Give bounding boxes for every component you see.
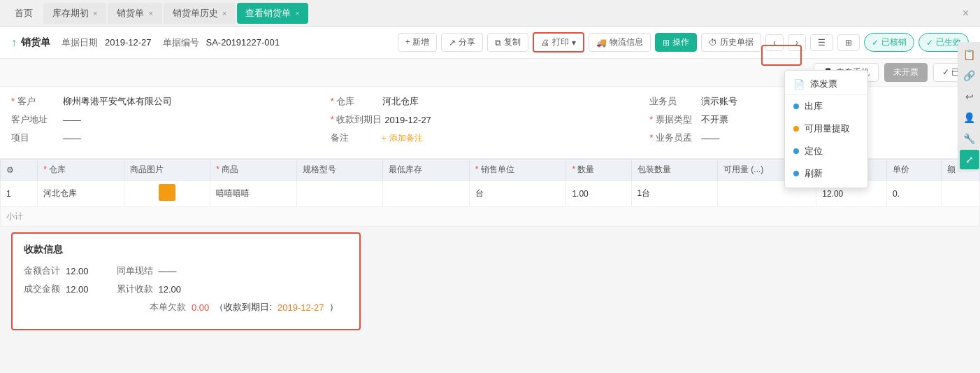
payment-owed: 本单欠款 0.00 （收款到期日: 2019-12-27 ） bbox=[150, 301, 338, 314]
logistics-button[interactable]: 🚚 物流信息 bbox=[589, 33, 651, 52]
warehouse-label: 仓库 bbox=[331, 95, 380, 108]
window-close-button[interactable]: × bbox=[957, 7, 974, 20]
project-label: 项目 bbox=[11, 132, 60, 144]
subtotal-label: 小计 bbox=[1, 207, 980, 227]
history-button[interactable]: ⏱ 历史单据 bbox=[701, 33, 761, 52]
print-icon: 🖨 bbox=[541, 38, 549, 48]
payment-title: 收款信息 bbox=[24, 244, 348, 256]
document-icon: 📄 bbox=[793, 79, 805, 90]
notes-field: 备注 ＋ 添加备注 bbox=[331, 132, 650, 144]
salesperson2-value: —— bbox=[698, 133, 722, 143]
operations-button[interactable]: ⊞ 操作 bbox=[655, 33, 697, 52]
sidebar-icon-2[interactable]: 🔗 bbox=[960, 66, 979, 85]
tab-sales-history[interactable]: 销货单历史 × bbox=[164, 3, 236, 24]
locate-dot bbox=[793, 148, 799, 154]
row-amount bbox=[941, 181, 979, 207]
col-spec: 规格型号 bbox=[296, 160, 383, 181]
row-product-image bbox=[124, 181, 210, 207]
col-quantity: 数量 bbox=[566, 160, 631, 181]
share-button[interactable]: ↗ 分享 bbox=[441, 33, 483, 52]
customer-value: 柳州粤港平安气体有限公司 bbox=[60, 95, 175, 108]
customer-address-value: —— bbox=[60, 115, 84, 125]
customer-address-field: 客户地址 —— bbox=[11, 113, 331, 126]
owed-note: （收款到期日: bbox=[215, 301, 272, 314]
grid-icon: ⊞ bbox=[663, 38, 670, 48]
print-button[interactable]: 🖨 打印 ▾ bbox=[533, 32, 584, 52]
transaction-label: 成交金额 bbox=[24, 283, 60, 295]
col-product: 商品 bbox=[210, 160, 297, 181]
tab-home[interactable]: 首页 bbox=[6, 3, 42, 24]
same-order-value: —— bbox=[159, 266, 177, 276]
row-num: 1 bbox=[1, 181, 38, 207]
tab-sales-history-close[interactable]: × bbox=[222, 9, 226, 17]
col-min-stock: 最低库存 bbox=[383, 160, 470, 181]
tab-check-sales-close[interactable]: × bbox=[295, 9, 299, 17]
payment-date-label: 收款到期日 bbox=[331, 113, 382, 126]
payment-cumulative: 累计收款 12.00 bbox=[117, 283, 182, 295]
same-order-label: 同单现结 bbox=[117, 265, 153, 277]
sidebar-icon-3[interactable]: ↩ bbox=[960, 87, 979, 106]
share-icon: ↗ bbox=[449, 38, 456, 48]
doc-type-label: 销货单 bbox=[21, 36, 50, 49]
print-dropdown-icon: ▾ bbox=[572, 38, 576, 48]
list-view-button[interactable]: ☰ bbox=[810, 34, 833, 51]
col-pack-qty: 包装数量 bbox=[631, 160, 718, 181]
payment-row-3: 本单欠款 0.00 （收款到期日: 2019-12-27 ） bbox=[24, 301, 348, 314]
tab-sales[interactable]: 销货单 × bbox=[108, 3, 161, 24]
dropdown-refresh[interactable]: 刷新 bbox=[785, 162, 867, 185]
doc-date-label: 单据日期 2019-12-27 bbox=[62, 36, 152, 49]
row-warehouse: 河北仓库 bbox=[38, 181, 124, 207]
sidebar-icon-1[interactable]: 📋 bbox=[960, 45, 979, 64]
add-note-button[interactable]: ＋ 添加备注 bbox=[380, 132, 423, 144]
payment-section: 收款信息 金额合计 12.00 同单现结 —— 成交金额 12.00 累计收款 bbox=[11, 232, 361, 330]
notes-label: 备注 bbox=[331, 132, 380, 144]
available-qty-dot bbox=[793, 126, 799, 132]
invoice-type-label: 票据类型 bbox=[649, 113, 698, 126]
prev-record-button[interactable]: ‹ bbox=[765, 34, 784, 51]
grid-view-button[interactable]: ⊞ bbox=[837, 34, 860, 51]
subtotal-row: 小计 bbox=[1, 207, 980, 227]
not-open-button[interactable]: 未开票 bbox=[884, 63, 928, 82]
copy-button[interactable]: ⧉ 复制 bbox=[487, 33, 528, 52]
project-field: 项目 —— bbox=[11, 132, 331, 144]
customer-label: 客户 bbox=[11, 95, 60, 108]
tab-inventory-close[interactable]: × bbox=[93, 9, 97, 17]
payment-transaction: 成交金额 12.00 bbox=[24, 283, 89, 295]
sidebar-icon-4[interactable]: 👤 bbox=[960, 108, 979, 127]
sidebar-icon-6[interactable]: ⤢ bbox=[960, 150, 979, 169]
sales-order-icon: ↑ bbox=[11, 36, 17, 49]
dropdown-add-invoice[interactable]: 📄 添发票 bbox=[785, 73, 867, 95]
owed-label: 本单欠款 bbox=[150, 301, 186, 314]
row-unit-price: 0. bbox=[886, 181, 941, 207]
project-value: —— bbox=[60, 133, 84, 143]
truck-icon: 🚚 bbox=[596, 38, 607, 48]
cumulative-label: 累计收款 bbox=[117, 283, 153, 295]
doc-meta: 单据日期 2019-12-27 单据编号 SA-20191227-001 bbox=[62, 36, 280, 49]
history-icon: ⏱ bbox=[709, 38, 717, 48]
payment-date-value: 2019-12-27 bbox=[382, 115, 434, 125]
dropdown-available-qty[interactable]: 可用量提取 bbox=[785, 118, 867, 140]
tab-check-sales[interactable]: 查看销货单 × bbox=[237, 3, 308, 24]
col-settings[interactable]: ⚙ bbox=[1, 160, 38, 181]
tab-sales-close[interactable]: × bbox=[148, 9, 152, 17]
sidebar-icon-5[interactable]: 🔧 bbox=[960, 129, 979, 148]
next-record-button[interactable]: › bbox=[788, 34, 806, 51]
doc-date-value: 2019-12-27 bbox=[105, 37, 152, 48]
col-warehouse: 仓库 bbox=[38, 160, 124, 181]
doc-number-value: SA-20191227-001 bbox=[206, 37, 280, 48]
row-quantity: 1.00 bbox=[566, 181, 631, 207]
add-button[interactable]: + 新增 bbox=[398, 33, 437, 52]
payment-row-1: 金额合计 12.00 同单现结 —— bbox=[24, 265, 348, 277]
dropdown-locate[interactable]: 定位 bbox=[785, 140, 867, 162]
dropdown-outbound[interactable]: 出库 bbox=[785, 95, 867, 118]
warehouse-field: 仓库 河北仓库 bbox=[331, 95, 650, 108]
tab-inventory[interactable]: 库存期初 × bbox=[43, 3, 106, 24]
payment-same-order: 同单现结 —— bbox=[117, 265, 177, 277]
right-sidebar: 📋 🔗 ↩ 👤 🔧 ⤢ bbox=[958, 42, 980, 172]
outbound-dot bbox=[793, 104, 799, 109]
owed-note-end: ） bbox=[329, 301, 338, 314]
check-icon-2: ✓ bbox=[926, 38, 933, 48]
copy-icon: ⧉ bbox=[495, 38, 501, 48]
salesperson2-label: 业务员孟 bbox=[649, 132, 698, 144]
doc-header: ↑ 销货单 单据日期 2019-12-27 单据编号 SA-20191227-0… bbox=[0, 27, 980, 59]
